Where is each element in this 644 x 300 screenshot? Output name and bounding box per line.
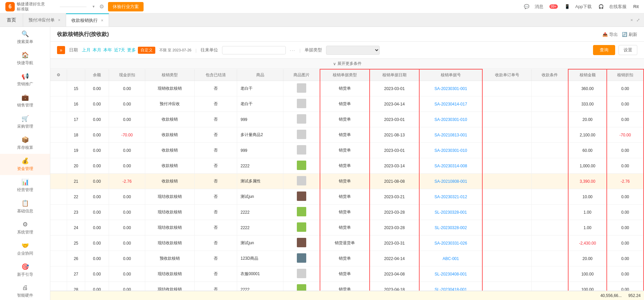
td-cancel-discount: 0.00 xyxy=(607,266,644,282)
message-group[interactable]: 💬 消息 99+ xyxy=(524,4,558,10)
cancel-no-link[interactable]: SA-20210808-001 xyxy=(434,179,467,184)
cancel-no-link[interactable]: ABC-001 xyxy=(443,256,459,261)
sidebar-icon: 🔍 xyxy=(21,30,29,38)
td-balance: 0.00 xyxy=(85,251,109,266)
cancel-no-link[interactable]: SL-20230408-001 xyxy=(435,272,467,276)
sidebar-item-快捷导航[interactable]: 🏠快捷导航 xyxy=(0,48,50,69)
expand-more-bar[interactable]: ∨ 展开更多条件 xyxy=(50,59,644,69)
from-unit-label: 往来单位 xyxy=(201,47,218,53)
more-filter[interactable]: 更多 xyxy=(127,47,136,53)
cancel-no-link[interactable]: SL-20230418-001 xyxy=(435,287,467,291)
refresh-button[interactable]: 🔄 刷新 xyxy=(622,32,637,38)
industry-solution-button[interactable]: 休验行业方案 xyxy=(108,2,144,11)
td-goods-img xyxy=(283,251,320,266)
this-year-filter[interactable]: 本年 xyxy=(103,47,112,53)
td-cancel-no[interactable]: SA-20230414-017 xyxy=(419,96,482,112)
this-month-filter[interactable]: 本月 xyxy=(93,47,101,53)
td-cancel-amount: 2,100.00 xyxy=(568,127,606,143)
td-cancel-no[interactable]: SL-20230328-001 xyxy=(419,205,482,220)
td-cancel-voucher-type: 销货单 xyxy=(320,189,370,205)
td-cancel-discount: 0.00 xyxy=(607,205,644,220)
sidebar-item-基础信息[interactable]: 📋基础信息 xyxy=(0,196,50,217)
td-goods: 2222 xyxy=(237,205,283,220)
sidebar-item-新手引导[interactable]: 🎯新手引导 xyxy=(0,260,50,281)
tab-prepay-close[interactable]: × xyxy=(58,18,60,23)
td-receipt-order-no xyxy=(482,143,532,158)
td-cancel-no[interactable]: SA-20210808-001 xyxy=(419,174,482,189)
cancel-no-link[interactable]: SA-20210813-001 xyxy=(434,133,467,137)
td-cancel-voucher-type: 销货单 xyxy=(320,96,370,112)
cancel-no-link[interactable]: SA-20230301-001 xyxy=(434,86,467,91)
td-gear xyxy=(50,174,67,189)
query-button[interactable]: 查询 xyxy=(593,45,615,55)
custom-filter-button[interactable]: 自定义 xyxy=(138,47,155,54)
td-include-settled: 否 xyxy=(194,282,237,291)
sidebar-item-营销推广[interactable]: 📢营销推广 xyxy=(0,69,50,90)
tab-prepay[interactable]: 预付冲应付单 × xyxy=(23,13,66,27)
top-bar-right: 💬 消息 99+ 📱 App下载 🎧 在线客服 Rit xyxy=(524,4,639,10)
th-gear[interactable]: ⚙ xyxy=(50,69,67,81)
th-include-settled: 包含已结清 xyxy=(194,69,237,81)
filter-expand-button[interactable]: » xyxy=(57,46,65,54)
sidebar-icon: ⚙ xyxy=(22,221,28,228)
tab-expand-icon[interactable]: ⤢ xyxy=(636,17,640,23)
cancel-no-link[interactable]: SA-20230301-010 xyxy=(434,148,467,153)
from-unit-input[interactable] xyxy=(222,46,286,54)
table-container[interactable]: ⚙ 余额 现金折扣 核销类型 包含已结清 商品 商品图片 核销单据类型 核销单据… xyxy=(50,69,644,291)
sidebar-item-资金管理[interactable]: 💰资金管理 xyxy=(0,154,50,175)
td-cancel-no[interactable]: SA-20230301-010 xyxy=(419,143,482,158)
tab-close-all-icon[interactable]: × xyxy=(630,17,633,23)
breadcrumb-input[interactable] xyxy=(60,6,87,7)
sidebar-icon: 🖨 xyxy=(22,284,28,291)
sidebar-item-智能硬件[interactable]: 🖨智能硬件 xyxy=(0,281,50,300)
table-row: 24 0.00 0.00 现结收款核销 否 2222 销货单 2023-03-2… xyxy=(50,220,644,235)
table-header-row: ⚙ 余额 现金折扣 核销类型 包含已结清 商品 商品图片 核销单据类型 核销单据… xyxy=(50,69,644,81)
td-cancel-no[interactable]: SA-20230314-008 xyxy=(419,158,482,174)
table-row: 15 0.00 0.00 现销收款核销 否 老白干 销货单 2023-03-01… xyxy=(50,81,644,96)
last-month-filter[interactable]: 上月 xyxy=(82,47,91,53)
sidebar-item-搜索菜单[interactable]: 🔍搜索菜单 xyxy=(0,27,50,48)
cancel-no-link[interactable]: SA-20230314-008 xyxy=(434,164,467,168)
td-cancel-no[interactable]: SL-20230418-001 xyxy=(419,282,482,291)
td-receipt-order-no xyxy=(482,189,532,205)
settings-icon[interactable]: ⚙ xyxy=(99,3,104,10)
sidebar-item-采购管理[interactable]: 🛒采购管理 xyxy=(0,112,50,133)
dropdown-arrow-icon[interactable]: ▼ xyxy=(92,5,95,8)
tab-cancel-exec-close[interactable]: × xyxy=(101,18,103,23)
cancel-no-link[interactable]: SA-20230331-026 xyxy=(434,241,467,246)
td-cancel-date: 2023-03-01 xyxy=(370,81,419,96)
cancel-no-link[interactable]: SL-20230328-001 xyxy=(435,210,467,215)
td-cancel-no[interactable]: SA-20230301-001 xyxy=(419,81,482,96)
app-download-group[interactable]: 📱 App下载 xyxy=(565,4,592,10)
setting-button[interactable]: 设置 xyxy=(619,45,637,55)
sidebar-item-系统管理[interactable]: ⚙系统管理 xyxy=(0,217,50,239)
online-service-group[interactable]: 🎧 在线客服 xyxy=(598,4,627,10)
td-cancel-voucher-type: 销货退货单 xyxy=(320,235,370,251)
td-cancel-no[interactable]: ABC-001 xyxy=(419,251,482,266)
td-cancel-voucher-type: 销货单 xyxy=(320,143,370,158)
sidebar-item-销售管理[interactable]: 💼销售管理 xyxy=(0,90,50,112)
voucher-type-select[interactable] xyxy=(326,46,380,55)
td-cancel-no[interactable]: SL-20230408-001 xyxy=(419,266,482,282)
cancel-no-link[interactable]: SL-20230328-002 xyxy=(435,225,467,230)
sidebar-item-企业协同[interactable]: 🤝企业协同 xyxy=(0,239,50,260)
td-cash-discount: -70.00 xyxy=(109,127,145,143)
filter-bar: » 日期 上月 本月 本年 近7天 更多 自定义 不限 至 2023-07-26… xyxy=(50,42,644,59)
td-cash-discount: 0.00 xyxy=(109,96,145,112)
cancel-no-link[interactable]: SA-20230414-017 xyxy=(434,102,467,106)
filter-divider2: | xyxy=(300,48,301,53)
export-button[interactable]: 📤 导出 xyxy=(602,32,618,38)
tab-cancel-exec[interactable]: 收款核销执行 × xyxy=(66,13,109,27)
tab-home[interactable]: 首页 xyxy=(0,13,23,27)
table-settings-icon[interactable]: ⚙ xyxy=(57,73,60,77)
td-cancel-no[interactable]: SA-20230331-026 xyxy=(419,235,482,251)
td-cancel-no[interactable]: SA-20210813-001 xyxy=(419,127,482,143)
last7-filter[interactable]: 近7天 xyxy=(114,47,125,53)
sidebar-item-库存核算[interactable]: 📦库存核算 xyxy=(0,133,50,154)
cancel-no-link[interactable]: SA-20230301-010 xyxy=(434,117,467,122)
td-cancel-no[interactable]: SA-20230301-010 xyxy=(419,112,482,127)
td-cancel-no[interactable]: SL-20230328-002 xyxy=(419,220,482,235)
td-cancel-no[interactable]: SA-20230321-012 xyxy=(419,189,482,205)
sidebar-item-经营管理[interactable]: 📊经营管理 xyxy=(0,175,50,196)
cancel-no-link[interactable]: SA-20230321-012 xyxy=(434,195,467,199)
